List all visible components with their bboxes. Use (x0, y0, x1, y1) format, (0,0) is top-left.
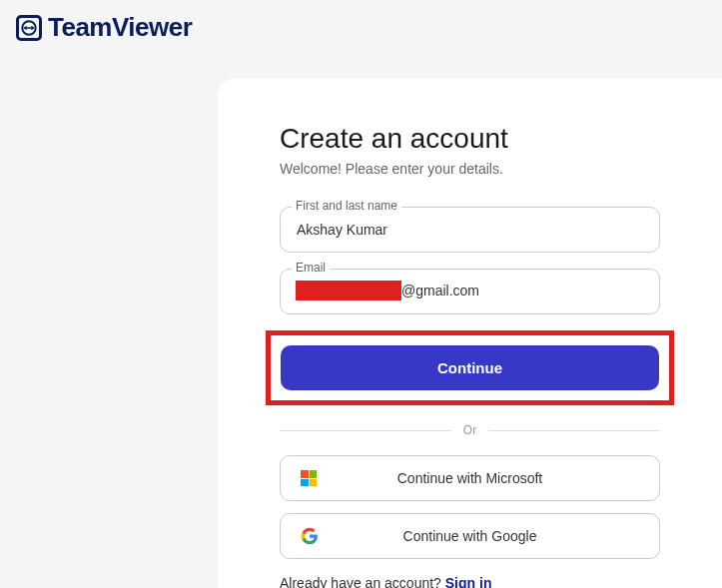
name-field-wrapper: First and last name (280, 207, 660, 253)
microsoft-icon (301, 470, 317, 486)
logo: TeamViewer (0, 0, 722, 55)
signup-card: Create an account Welcome! Please enter … (218, 79, 722, 588)
name-input[interactable] (280, 207, 660, 253)
divider-text: Or (451, 423, 488, 437)
redacted-overlay (296, 281, 401, 300)
microsoft-button-label: Continue with Microsoft (397, 470, 543, 486)
google-icon (301, 527, 319, 545)
page-subtitle: Welcome! Please enter your details. (280, 161, 660, 177)
email-domain-text: @gmail.com (401, 283, 479, 298)
signin-link[interactable]: Sign in (445, 575, 492, 588)
name-label: First and last name (292, 199, 401, 213)
page-title: Create an account (280, 123, 660, 155)
teamviewer-icon (16, 15, 42, 41)
email-label: Email (292, 261, 330, 275)
google-button-label: Continue with Google (403, 528, 537, 544)
highlight-annotation: Continue (266, 330, 674, 405)
microsoft-button[interactable]: Continue with Microsoft (280, 455, 660, 501)
logo-text: TeamViewer (48, 12, 192, 43)
signin-row: Already have an account? Sign in (280, 575, 660, 588)
divider: Or (280, 423, 660, 437)
email-field-wrapper: Email @gmail.com (280, 269, 660, 314)
already-text: Already have an account? (280, 575, 445, 588)
google-button[interactable]: Continue with Google (280, 513, 660, 559)
continue-button[interactable]: Continue (281, 345, 659, 390)
